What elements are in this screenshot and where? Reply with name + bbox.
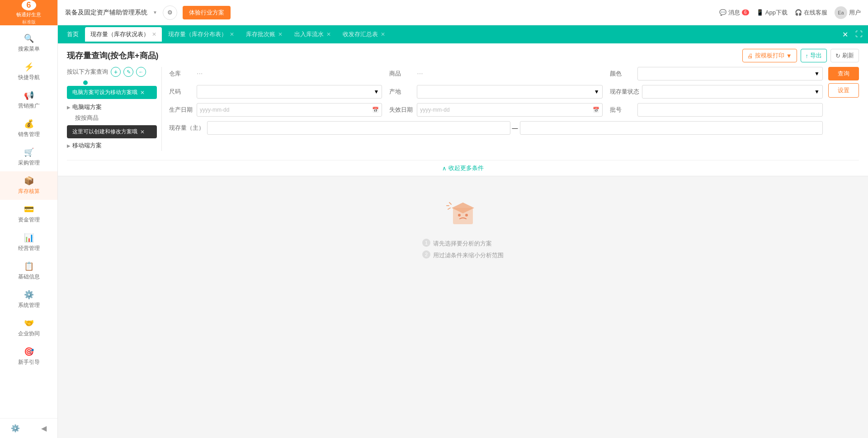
collapse-sidebar-icon[interactable]: ◀ xyxy=(41,424,47,433)
expire-date-placeholder: yyyy-mm-dd xyxy=(420,107,449,113)
online-support-label: 在线客服 xyxy=(804,9,827,17)
tab-close-distribution[interactable]: ✕ xyxy=(230,31,234,38)
pc-expand-icon[interactable]: ▶ xyxy=(67,105,71,110)
tooltip1-close[interactable]: ✕ xyxy=(140,89,145,96)
stock-qty-max-input[interactable] xyxy=(520,121,823,135)
filter-row-2: 尺码 ▼ 产地 ▼ xyxy=(169,85,823,99)
tooltip2-text: 这里可以创建和修改方案哦 xyxy=(72,128,137,136)
app-download-item[interactable]: 📱 App下载 xyxy=(756,9,788,17)
collapse-button[interactable]: ∧ 收起更多条件 xyxy=(442,164,484,172)
tab-home[interactable]: 首页 xyxy=(61,30,84,38)
tab-close-batch[interactable]: ✕ xyxy=(278,31,283,38)
collapse-up-icon: ∧ xyxy=(442,165,447,172)
tooltip1: 电脑方案可设为移动方案哦 ✕ xyxy=(67,86,157,99)
expire-date-calendar-icon[interactable]: 📅 xyxy=(593,107,599,113)
tab-close-all-icon[interactable]: ✕ xyxy=(840,28,850,41)
system-nav-icon: ⚙️ xyxy=(24,290,34,300)
tab-inventory-status[interactable]: 现存量（库存状况表） ✕ xyxy=(85,27,162,42)
online-support-item[interactable]: 🎧 在线客服 xyxy=(795,9,827,17)
produce-date-placeholder: yyyy-mm-dd xyxy=(200,107,229,113)
refresh-label: 刷新 xyxy=(842,52,854,60)
filter-section: 按以下方案查询 + ✎ ← 电脑方案可设为移动方案哦 ✕ xyxy=(67,67,859,155)
filter-expire-date-cell: 失效日期 yyyy-mm-dd 📅 xyxy=(389,103,602,117)
settings-gear-icon[interactable]: ⚙ xyxy=(163,5,177,20)
tab-close-summary[interactable]: ✕ xyxy=(381,31,385,38)
purchase-nav-icon: 🛒 xyxy=(24,147,34,157)
origin-label: 产地 xyxy=(389,88,414,96)
filter-back-button[interactable]: ← xyxy=(136,67,146,77)
tab-close-flow[interactable]: ✕ xyxy=(326,31,331,38)
size-select[interactable]: ▼ xyxy=(197,85,382,99)
filter-row-3: 生产日期 yyyy-mm-dd 📅 失效日期 yyyy-mm-dd 📅 xyxy=(169,103,823,117)
scheme-sub-item[interactable]: 按按商品 xyxy=(67,113,157,123)
expire-date-input[interactable]: yyyy-mm-dd 📅 xyxy=(417,103,602,117)
newbie-nav-icon: 🎯 xyxy=(24,347,34,357)
stock-qty-range: — xyxy=(207,121,823,135)
tab-inventory-distribution[interactable]: 现存量（库存分布表） ✕ xyxy=(163,27,240,42)
sidebar-label-marketing: 营销推广 xyxy=(18,102,40,110)
stock-qty-min-input[interactable] xyxy=(207,121,510,135)
tab-label-batch: 库存批次账 xyxy=(246,30,275,38)
tab-summary[interactable]: 收发存汇总表 ✕ xyxy=(337,27,391,42)
empty-illustration xyxy=(445,194,481,231)
sidebar-item-enterprise[interactable]: 🤝 企业协同 xyxy=(0,314,57,342)
phone-icon: 📱 xyxy=(756,9,764,16)
svg-line-4 xyxy=(449,203,451,204)
tooltip2-close[interactable]: ✕ xyxy=(140,129,145,135)
tooltip-connector-dot xyxy=(83,80,88,85)
warehouse-dots[interactable]: ··· xyxy=(197,70,203,78)
pc-scheme-label: 电脑端方案 xyxy=(72,103,102,111)
tooltip1-container: 电脑方案可设为移动方案哦 ✕ xyxy=(67,80,157,99)
sidebar-item-purchase[interactable]: 🛒 采购管理 xyxy=(0,143,57,171)
scheme-tree: ▶ 电脑端方案 按按商品 这里可以创建和修改方案哦 ✕ xyxy=(67,102,157,151)
page-title-row: 现存量查询(按仓库+商品) 🖨 按模板打印 ▼ ↑ 导出 ↻ 刷新 xyxy=(67,49,859,67)
origin-select[interactable]: ▼ xyxy=(417,85,602,99)
search-button[interactable]: 查询 xyxy=(828,67,859,80)
produce-date-input[interactable]: yyyy-mm-dd 📅 xyxy=(197,103,382,117)
system-title: 装备及固定资产辅助管理系统 xyxy=(65,9,147,17)
sidebar-item-operation[interactable]: 📊 经营管理 xyxy=(0,228,57,257)
filter-add-button[interactable]: + xyxy=(111,67,121,77)
filter-edit-button[interactable]: ✎ xyxy=(123,67,133,77)
tip-text-1: 请先选择要分析的方案 xyxy=(433,238,492,250)
sidebar-label-finance: 资金管理 xyxy=(18,216,40,224)
tab-maximize-icon[interactable]: ⛶ xyxy=(854,28,864,41)
refresh-button[interactable]: ↻ 刷新 xyxy=(830,49,859,62)
batch-label: 批号 xyxy=(610,106,635,114)
filter-size-cell: 尺码 ▼ xyxy=(169,85,382,99)
tab-batch[interactable]: 库存批次账 ✕ xyxy=(241,27,288,42)
filter-warehouse-cell: 仓库 ··· xyxy=(169,70,382,78)
page-actions: 🖨 按模板打印 ▼ ↑ 导出 ↻ 刷新 xyxy=(742,49,859,62)
tab-close-inventory-status[interactable]: ✕ xyxy=(152,31,156,38)
export-button[interactable]: ↑ 导出 xyxy=(801,49,827,62)
tooltip2-container: 这里可以创建和修改方案哦 ✕ xyxy=(67,125,157,138)
sidebar-item-finance[interactable]: 💳 资金管理 xyxy=(0,200,57,228)
sidebar-item-inventory[interactable]: 📦 库存核算 xyxy=(0,171,57,200)
topbar-right: 💬 消息 6 📱 App下载 🎧 在线客服 Ea 用户 xyxy=(719,6,861,19)
sidebar-item-marketing[interactable]: 📢 营销推广 xyxy=(0,86,57,114)
set-button[interactable]: 设置 xyxy=(828,83,859,98)
filter-origin-cell: 产地 ▼ xyxy=(389,85,602,99)
tab-flow[interactable]: 出入库流水 ✕ xyxy=(289,27,336,42)
goods-dots[interactable]: ··· xyxy=(417,70,423,78)
chevron-down-print-icon: ▼ xyxy=(786,52,792,59)
stock-status-select[interactable]: ▼ xyxy=(642,85,823,99)
tabbar: 首页 现存量（库存状况表） ✕ 现存量（库存分布表） ✕ 库存批次账 ✕ 出入库… xyxy=(58,25,868,43)
settings-bottom-icon[interactable]: ⚙️ xyxy=(11,424,20,433)
sidebar-item-newbie[interactable]: 🎯 新手引导 xyxy=(0,342,57,371)
sidebar-item-sales[interactable]: 💰 销售管理 xyxy=(0,114,57,143)
message-icon: 💬 xyxy=(719,9,726,16)
sidebar-item-quick[interactable]: ⚡ 快捷导航 xyxy=(0,57,57,86)
mobile-expand-icon[interactable]: ▶ xyxy=(67,143,71,148)
template-print-button[interactable]: 🖨 按模板打印 ▼ xyxy=(742,49,797,62)
industry-solution-button[interactable]: 体验行业方案 xyxy=(183,6,231,19)
produce-date-calendar-icon[interactable]: 📅 xyxy=(372,107,379,113)
color-select[interactable]: ▼ xyxy=(637,67,823,80)
sidebar-item-basic[interactable]: 📋 基础信息 xyxy=(0,257,57,285)
messages-item[interactable]: 💬 消息 6 xyxy=(719,9,749,17)
user-item[interactable]: Ea 用户 xyxy=(835,6,861,19)
sidebar-item-system[interactable]: ⚙️ 系统管理 xyxy=(0,285,57,314)
sidebar-item-search[interactable]: 🔍 搜索菜单 xyxy=(0,29,57,57)
system-selector[interactable]: ▼ xyxy=(153,10,157,15)
batch-input[interactable] xyxy=(637,103,823,117)
